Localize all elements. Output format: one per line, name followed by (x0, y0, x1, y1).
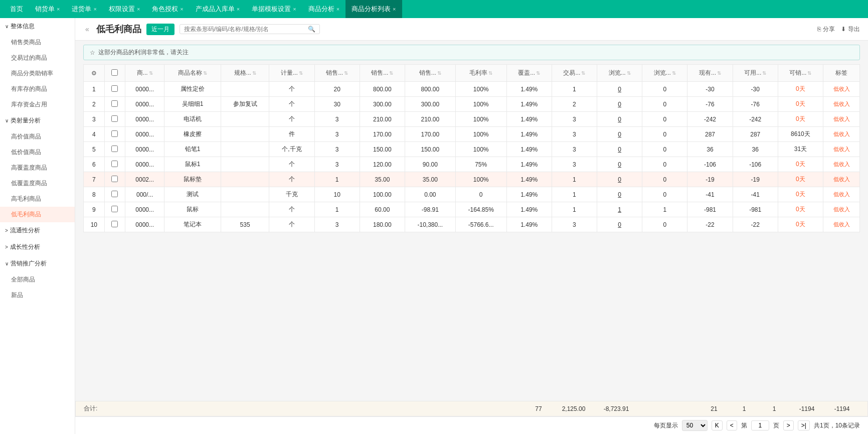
cell-unit: 千克 (269, 187, 314, 202)
page-number-input[interactable] (751, 420, 769, 430)
close-icon[interactable]: × (336, 6, 339, 12)
col-tag[interactable]: 标签 (823, 65, 860, 82)
sidebar-item-traded-products[interactable]: 交易过的商品 (0, 50, 75, 66)
cell-no: 4 (84, 127, 105, 142)
cell-browse1[interactable]: 1 (597, 202, 642, 217)
row-checkbox[interactable] (111, 176, 118, 182)
row-checkbox[interactable] (111, 221, 118, 227)
cell-browse1[interactable]: 0 (597, 127, 642, 142)
cell-checkbox[interactable] (104, 187, 125, 202)
row-checkbox[interactable] (111, 100, 118, 107)
col-name[interactable]: 商品名称⇅ (164, 65, 221, 82)
col-stock-current[interactable]: 现有...⇅ (687, 65, 733, 82)
col-sales-profit[interactable]: 销售...⇅ (405, 65, 455, 82)
cell-checkbox[interactable] (104, 157, 125, 172)
col-stock-saleable[interactable]: 可销...⇅ (778, 65, 823, 82)
sidebar-group-category-analysis[interactable]: ∨ 类射量分析 (0, 112, 75, 129)
cell-browse1[interactable]: 0 (597, 157, 642, 172)
sidebar-item-low-margin[interactable]: 低毛利商品 (0, 207, 75, 222)
cell-checkbox[interactable] (104, 142, 125, 157)
close-icon[interactable]: × (393, 6, 396, 12)
nav-sales-order[interactable]: 销货单 × (29, 0, 66, 18)
last-page-button[interactable]: >| (798, 420, 810, 430)
sidebar-item-inventory-capital[interactable]: 库存资金占用 (0, 97, 75, 112)
sidebar-item-sales-products[interactable]: 销售类商品 (0, 35, 75, 50)
share-button[interactable]: ⎘ 分享 (817, 25, 835, 34)
cell-browse1[interactable]: 0 (597, 217, 642, 232)
sidebar-item-low-coverage[interactable]: 低覆盖度商品 (0, 176, 75, 191)
sidebar-item-high-margin[interactable]: 高毛利商品 (0, 191, 75, 207)
col-settings[interactable]: ⚙ (84, 65, 105, 82)
row-checkbox[interactable] (111, 206, 118, 212)
col-transaction[interactable]: 交易...⇅ (552, 65, 597, 82)
close-icon[interactable]: × (57, 6, 60, 12)
nav-product-analysis[interactable]: 商品分析 × (302, 0, 345, 18)
sidebar-group-growth[interactable]: > 成长性分析 (0, 239, 75, 255)
col-stock-available[interactable]: 可用...⇅ (733, 65, 778, 82)
page-size-select[interactable]: 50 100 200 (682, 420, 708, 431)
prev-page-button[interactable]: < (727, 420, 737, 430)
col-spec[interactable]: 规格...⇅ (221, 65, 269, 82)
cell-transaction: 1 (552, 202, 597, 217)
cell-code: 0000... (125, 127, 164, 142)
nav-permission-settings[interactable]: 权限设置 × (103, 0, 146, 18)
next-page-button[interactable]: > (783, 420, 794, 430)
row-checkbox[interactable] (111, 115, 118, 122)
nav-home[interactable]: 首页 (4, 0, 29, 18)
sidebar-group-circulation[interactable]: > 流通性分析 (0, 222, 75, 239)
nav-product-entry[interactable]: 产成品入库单 × (190, 0, 246, 18)
col-sales-price[interactable]: 销售...⇅ (360, 65, 405, 82)
sidebar-group-marketing[interactable]: ∨ 营销推广分析 (0, 255, 75, 272)
cell-stock-current: 287 (687, 127, 733, 142)
sidebar-item-all-products[interactable]: 全部商品 (0, 272, 75, 287)
cell-checkbox[interactable] (104, 202, 125, 217)
cell-checkbox[interactable] (104, 172, 125, 187)
cell-checkbox[interactable] (104, 82, 125, 97)
close-icon[interactable]: × (93, 6, 96, 12)
sidebar-item-high-value[interactable]: 高价值商品 (0, 129, 75, 144)
cell-browse1[interactable]: 0 (597, 142, 642, 157)
close-icon[interactable]: × (180, 6, 183, 12)
select-all-checkbox[interactable] (111, 69, 118, 76)
row-checkbox[interactable] (111, 130, 118, 137)
search-input[interactable] (184, 26, 308, 33)
row-checkbox[interactable] (111, 146, 118, 152)
col-sales-qty[interactable]: 销售...⇅ (314, 65, 360, 82)
col-code[interactable]: 商...⇅ (125, 65, 164, 82)
sidebar-item-high-coverage[interactable]: 高覆盖度商品 (0, 160, 75, 176)
cell-checkbox[interactable] (104, 112, 125, 127)
nav-product-analysis-list[interactable]: 商品分析列表 × (345, 0, 402, 18)
col-unit[interactable]: 计量...⇅ (269, 65, 314, 82)
row-checkbox[interactable] (111, 191, 118, 197)
sidebar-group-overview[interactable]: ∨ 整体信息 (0, 18, 75, 35)
cell-checkbox[interactable] (104, 217, 125, 232)
sidebar-item-new-products[interactable]: 新品 (0, 287, 75, 303)
sidebar-item-category-rate[interactable]: 商品分类助销率 (0, 66, 75, 81)
row-checkbox[interactable] (111, 85, 118, 92)
nav-template-settings[interactable]: 单据模板设置 × (246, 0, 302, 18)
col-browse1[interactable]: 浏览...⇅ (597, 65, 642, 82)
close-icon[interactable]: × (137, 6, 140, 12)
cell-browse1[interactable]: 0 (597, 172, 642, 187)
nav-purchase-order[interactable]: 进货单 × (66, 0, 102, 18)
sidebar-item-low-value[interactable]: 低价值商品 (0, 144, 75, 160)
cell-checkbox[interactable] (104, 97, 125, 112)
date-filter-button[interactable]: 近一月 (146, 24, 175, 35)
col-gross-margin[interactable]: 毛利率⇅ (455, 65, 506, 82)
close-icon[interactable]: × (293, 6, 296, 12)
col-browse2[interactable]: 浏览...⇅ (642, 65, 687, 82)
col-coverage[interactable]: 覆盖...⇅ (506, 65, 552, 82)
first-page-button[interactable]: K (712, 420, 723, 430)
nav-role-auth[interactable]: 角色授权 × (146, 0, 189, 18)
export-button[interactable]: ⬇ 导出 (841, 25, 860, 34)
col-checkbox[interactable] (104, 65, 125, 82)
sidebar-collapse-btn[interactable]: « (83, 23, 91, 35)
cell-browse1[interactable]: 0 (597, 112, 642, 127)
sidebar-item-stocked-products[interactable]: 有库存的商品 (0, 81, 75, 97)
row-checkbox[interactable] (111, 161, 118, 167)
cell-checkbox[interactable] (104, 127, 125, 142)
cell-browse1[interactable]: 0 (597, 82, 642, 97)
cell-browse1[interactable]: 0 (597, 97, 642, 112)
cell-browse1[interactable]: 0 (597, 187, 642, 202)
close-icon[interactable]: × (237, 6, 240, 12)
